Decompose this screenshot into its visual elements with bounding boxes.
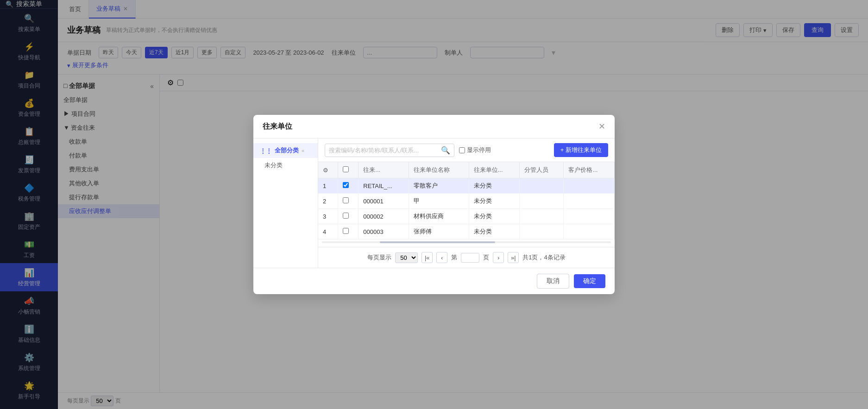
th-price: 客户价格... <box>564 162 615 178</box>
row-num: 1 <box>318 178 338 194</box>
modal-overlay: 往来单位 ✕ ⋮⋮ 全部分类 « 未分类 <box>0 0 868 409</box>
dialog-title: 往来单位 <box>263 122 292 132</box>
show-disabled-checkbox[interactable] <box>459 147 465 153</box>
prev-page-button[interactable]: ‹ <box>436 252 447 263</box>
row-name: 材料供应商 <box>409 209 469 224</box>
th-code: 往来... <box>359 162 409 178</box>
dialog-table: ⚙ 往来... 往来单位名称 往来单位... 分管人员 客户价格... 1 <box>318 162 615 239</box>
row-price <box>564 194 615 209</box>
dialog-sidebar-unclassified[interactable]: 未分类 <box>253 158 318 173</box>
dialog-table-container: ⚙ 往来... 往来单位名称 往来单位... 分管人员 客户价格... 1 <box>318 162 615 247</box>
row-select-checkbox[interactable] <box>343 182 349 188</box>
dialog-table-row[interactable]: 2 000001 甲 未分类 <box>318 194 615 209</box>
last-page-button[interactable]: »| <box>508 252 519 263</box>
partner-dialog: 往来单位 ✕ ⋮⋮ 全部分类 « 未分类 <box>253 115 615 294</box>
dialog-select-all[interactable] <box>343 166 349 172</box>
dialog-main: 🔍 显示停用 + 新增往来单位 ⚙ <box>318 138 615 268</box>
row-checkbox[interactable] <box>338 194 358 209</box>
total-info: 共1页，4条记录 <box>522 253 565 262</box>
row-category: 未分类 <box>469 178 519 194</box>
row-num: 2 <box>318 194 338 209</box>
row-select-checkbox[interactable] <box>343 197 349 203</box>
row-checkbox[interactable] <box>338 178 358 194</box>
sidebar-collapse-icon: « <box>302 148 304 153</box>
th-manager: 分管人员 <box>520 162 564 178</box>
dialog-body: ⋮⋮ 全部分类 « 未分类 🔍 显示 <box>253 138 615 268</box>
settings-col-icon: ⚙ <box>323 167 328 174</box>
page-input[interactable]: 1 <box>461 253 479 263</box>
first-page-button[interactable]: |« <box>421 252 433 263</box>
row-price <box>564 224 615 239</box>
dialog-search: 🔍 <box>325 144 454 157</box>
row-code: 000002 <box>359 209 409 224</box>
page-word: 第 <box>451 253 457 262</box>
row-select-checkbox[interactable] <box>343 228 349 234</box>
page-suffix: 页 <box>483 253 489 262</box>
dialog-header: 往来单位 ✕ <box>253 115 615 138</box>
row-code: RETAIL_... <box>359 178 409 194</box>
cancel-button[interactable]: 取消 <box>537 274 569 289</box>
th-category: 往来单位... <box>469 162 519 178</box>
next-page-button[interactable]: › <box>493 252 504 263</box>
row-price <box>564 178 615 194</box>
dialog-sidebar-all[interactable]: ⋮⋮ 全部分类 « <box>253 143 318 158</box>
row-select-checkbox[interactable] <box>343 213 349 219</box>
row-code: 000003 <box>359 224 409 239</box>
dialog-table-row[interactable]: 4 000003 张师傅 未分类 <box>318 224 615 239</box>
show-disabled-label: 显示停用 <box>459 146 491 154</box>
dialog-search-input[interactable] <box>329 147 438 154</box>
row-manager <box>520 224 564 239</box>
confirm-button[interactable]: 确定 <box>574 274 605 288</box>
row-category: 未分类 <box>469 194 519 209</box>
th-name: 往来单位名称 <box>409 162 469 178</box>
row-manager <box>520 194 564 209</box>
row-manager <box>520 178 564 194</box>
dialog-toolbar: 🔍 显示停用 + 新增往来单位 <box>318 138 615 162</box>
row-manager <box>520 209 564 224</box>
dialog-sidebar-all-label: 全部分类 <box>275 146 299 155</box>
th-settings: ⚙ <box>318 162 338 178</box>
dialog-sidebar: ⋮⋮ 全部分类 « 未分类 <box>253 138 318 268</box>
th-checkbox <box>338 162 358 178</box>
grid-icon: ⋮⋮ <box>260 147 272 154</box>
per-page-label: 每页显示 <box>367 253 391 262</box>
row-price <box>564 209 615 224</box>
row-checkbox[interactable] <box>338 224 358 239</box>
row-category: 未分类 <box>469 224 519 239</box>
row-name: 零散客户 <box>409 178 469 194</box>
row-num: 3 <box>318 209 338 224</box>
per-page-select[interactable]: 50 <box>395 252 418 263</box>
show-disabled-text: 显示停用 <box>467 146 491 154</box>
dialog-footer: 取消 确定 <box>253 268 615 294</box>
dialog-table-header-row: ⚙ 往来... 往来单位名称 往来单位... 分管人员 客户价格... <box>318 162 615 178</box>
dialog-close-button[interactable]: ✕ <box>598 121 605 132</box>
add-partner-button[interactable]: + 新增往来单位 <box>554 143 608 157</box>
row-checkbox[interactable] <box>338 209 358 224</box>
dialog-sidebar-unclassified-label: 未分类 <box>264 161 283 170</box>
dialog-table-row[interactable]: 1 RETAIL_... 零散客户 未分类 <box>318 178 615 194</box>
row-num: 4 <box>318 224 338 239</box>
dialog-pagination: 每页显示 50 |« ‹ 第 1 页 › »| 共1页，4条记录 <box>318 247 615 268</box>
row-name: 甲 <box>409 194 469 209</box>
row-name: 张师傅 <box>409 224 469 239</box>
search-icon: 🔍 <box>441 146 450 155</box>
row-code: 000001 <box>359 194 409 209</box>
row-category: 未分类 <box>469 209 519 224</box>
dialog-table-row[interactable]: 3 000002 材料供应商 未分类 <box>318 209 615 224</box>
